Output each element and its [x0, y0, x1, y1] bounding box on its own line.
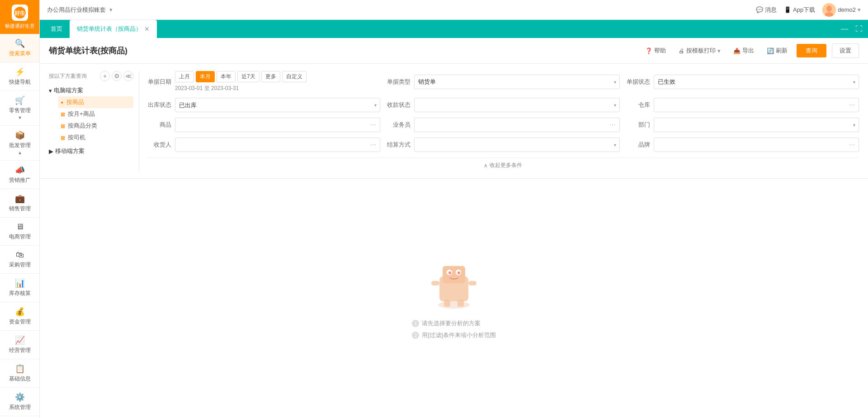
sidebar-basic-label: 基础信息 — [9, 375, 31, 383]
doc-type-select[interactable]: 销货单 — [414, 75, 619, 89]
app-download-btn[interactable]: 📱 App下载 — [784, 6, 815, 14]
collapse-row: ∧ 收起更多条件 — [146, 157, 859, 171]
department-label: 部门 — [625, 121, 650, 129]
sidebar-item-basic[interactable]: 📋 基础信息 — [0, 359, 39, 388]
user-caret: ▾ — [858, 6, 861, 13]
sidebar-item-operations[interactable]: 📈 经营管理 — [0, 331, 39, 359]
sidebar-item-system[interactable]: ⚙️ 系统管理 — [0, 388, 39, 416]
scheme-item-by-month-product[interactable]: ▦ 按月+商品 — [58, 108, 133, 120]
by-cashier-icon: ▦ — [61, 135, 65, 141]
by-product-label: 按商品 — [66, 98, 84, 106]
date-btn-custom[interactable]: 自定义 — [282, 71, 307, 82]
filter-date-field: 单据日期 上月 本月 本年 近7天 更多 自定义 — [146, 71, 380, 92]
tab-home[interactable]: 首页 — [43, 20, 70, 38]
scheme-group-mobile: ▶ 移动端方案 — [49, 145, 133, 157]
warehouse-dots-btn[interactable]: ··· — [849, 101, 855, 109]
sidebar-item-ecommerce[interactable]: 🖥 电商管理 — [0, 218, 39, 246]
scheme-desktop-header[interactable]: ▾ 电脑端方案 — [49, 85, 133, 96]
date-btn-this-year[interactable]: 本年 — [217, 71, 236, 82]
search-icon: 🔍 — [15, 38, 25, 48]
sidebar-item-search[interactable]: 🔍 搜索菜单 — [0, 34, 39, 62]
logo-text: 畅捷通好生意 — [5, 23, 35, 29]
workspace-caret[interactable]: ▾ — [109, 6, 113, 13]
scheme-item-by-category[interactable]: ▦ 按商品分类 — [58, 120, 133, 132]
tab-bar-right: — ⛶ — [839, 25, 864, 33]
operations-icon: 📈 — [15, 335, 25, 345]
scheme-settings-btn[interactable]: ⚙ — [112, 71, 122, 81]
tab-bar: 首页 销货单统计表（按商品） ✕ — ⛶ — [40, 20, 868, 38]
scheme-mobile-header[interactable]: ▶ 移动端方案 — [49, 145, 133, 157]
settings-button[interactable]: 设置 — [832, 43, 859, 58]
sidebar-item-finance[interactable]: 💰 资金管理 — [0, 302, 39, 331]
salesperson-dots-btn[interactable]: ··· — [609, 121, 615, 129]
sidebar-item-quicknav[interactable]: ⚡ 快捷导航 — [0, 62, 39, 91]
brand-dots-btn[interactable]: ··· — [849, 141, 855, 149]
tab-close-icon[interactable]: ✕ — [144, 25, 150, 33]
download-icon: 📱 — [784, 6, 791, 13]
sidebar-purchase-label: 采购管理 — [9, 261, 31, 269]
message-btn[interactable]: 💬 消息 — [756, 6, 777, 14]
date-btn-more[interactable]: 更多 — [261, 71, 280, 82]
salesperson-input[interactable]: ··· — [414, 118, 619, 132]
department-select[interactable] — [654, 118, 859, 132]
sidebar-item-enterprise[interactable]: 🤝 企业协同 — [0, 416, 39, 418]
help-icon: ❓ — [645, 48, 652, 54]
sidebar-item-purchase[interactable]: 🛍 采购管理 — [0, 246, 39, 274]
help-btn[interactable]: ❓ 帮助 — [642, 45, 670, 57]
page-actions: ❓ 帮助 🖨 按模板打印 ▾ 📤 导出 🔄 刷新 — [642, 43, 859, 58]
doc-status-select-wrapper: 已生效 ▾ — [654, 75, 859, 89]
product-input[interactable]: ··· — [175, 118, 380, 132]
basic-icon: 📋 — [15, 364, 25, 374]
inventory-icon: 📊 — [15, 278, 25, 288]
sidebar-item-marketing[interactable]: 📣 营销推广 — [0, 161, 39, 189]
filter-payment-status-field: 收款状态 ▾ — [386, 98, 619, 112]
collapse-btn[interactable]: ∧ 收起更多条件 — [484, 162, 522, 169]
scheme-tree: ▾ 电脑端方案 ● 按商品 ▦ — [49, 85, 133, 157]
payment-status-select[interactable] — [414, 98, 619, 112]
content-area: 销货单统计表(按商品) ❓ 帮助 🖨 按模板打印 ▾ 📤 导出 — [40, 38, 868, 418]
by-month-product-icon: ▦ — [61, 111, 65, 117]
template-print-btn[interactable]: 🖨 按模板打印 ▾ — [675, 45, 724, 57]
scheme-item-by-product[interactable]: ● 按商品 — [58, 96, 133, 108]
finance-icon: 💰 — [15, 307, 25, 317]
tab-sales-report[interactable]: 销货单统计表（按商品） ✕ — [70, 20, 157, 38]
date-btn-last-month[interactable]: 上月 — [175, 71, 194, 82]
product-dots-btn[interactable]: ··· — [370, 121, 376, 129]
warehouse-input[interactable]: ··· — [654, 98, 859, 112]
scheme-collapse-btn[interactable]: ≪ — [123, 71, 133, 81]
page-container: 销货单统计表(按商品) ❓ 帮助 🖨 按模板打印 ▾ 📤 导出 — [40, 38, 868, 418]
wholesale-icon: 📦 — [15, 130, 25, 140]
filter-form: 单据日期 上月 本月 本年 近7天 更多 自定义 — [139, 71, 859, 171]
sidebar-item-wholesale[interactable]: 📦 批发管理 ▴ — [0, 126, 39, 161]
brand-input[interactable]: ··· — [654, 138, 859, 152]
scheme-header: 按以下方案查询 + ⚙ ≪ — [49, 71, 133, 81]
doc-status-select[interactable]: 已生效 — [654, 75, 859, 89]
sidebar-logo[interactable]: 好生 畅捷通好生意 — [0, 0, 40, 34]
sidebar-item-inventory[interactable]: 📊 库存核算 — [0, 274, 39, 302]
settlement-label: 结算方式 — [386, 141, 410, 149]
date-btn-this-month[interactable]: 本月 — [196, 71, 215, 82]
warehouse-out-select[interactable]: 已出库 — [175, 98, 380, 112]
sidebar-marketing-label: 营销推广 — [9, 176, 31, 184]
settlement-select[interactable] — [414, 138, 619, 152]
marketing-icon: 📣 — [15, 165, 25, 175]
receiver-input[interactable]: ··· — [175, 138, 380, 152]
tab-minimize-btn[interactable]: — — [839, 25, 850, 33]
sidebar-retail-label: 零售管理 — [9, 107, 31, 114]
scheme-item-by-cashier[interactable]: ▦ 按司机 — [58, 132, 133, 143]
filter-salesperson-field: 业务员 ··· — [386, 118, 619, 132]
refresh-btn[interactable]: 🔄 刷新 — [763, 45, 791, 57]
sidebar-sales-label: 销售管理 — [9, 205, 31, 213]
scheme-add-btn[interactable]: + — [100, 71, 110, 81]
export-btn[interactable]: 📤 导出 — [730, 45, 758, 57]
sidebar-item-retail[interactable]: 🛒 零售管理 ▾ — [0, 91, 39, 126]
receiver-dots-btn[interactable]: ··· — [370, 141, 376, 149]
user-menu[interactable]: demo2 ▾ — [822, 3, 861, 17]
filter-doc-status-field: 单据状态 已生效 ▾ — [625, 75, 859, 89]
date-btn-7days[interactable]: 近7天 — [237, 71, 259, 82]
filter-product-field: 商品 ··· — [146, 118, 380, 132]
tab-maximize-btn[interactable]: ⛶ — [854, 25, 864, 33]
sidebar-item-sales[interactable]: 💼 销售管理 — [0, 189, 39, 218]
query-button[interactable]: 查询 — [797, 44, 826, 57]
scheme-group-desktop: ▾ 电脑端方案 ● 按商品 ▦ — [49, 85, 133, 143]
